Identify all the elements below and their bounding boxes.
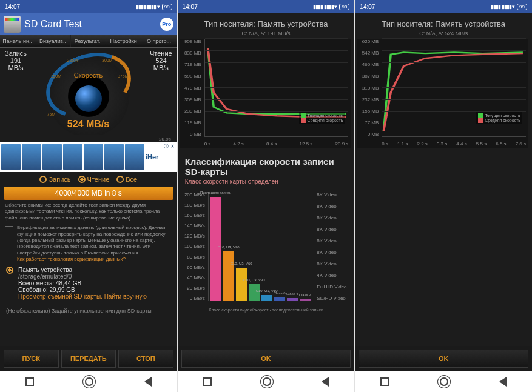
- storage-select[interactable]: Память устройства /storage/emulated/0 Вс…: [0, 264, 177, 302]
- storage-browse-link[interactable]: Просмотр съемной SD-карты. Найти вручную: [18, 293, 147, 300]
- nav-bar: [355, 371, 532, 392]
- storage-radio[interactable]: [6, 267, 13, 274]
- chart-subtitle: C: N/A, A: 191 MB/s: [178, 30, 355, 36]
- button-row: OK: [355, 346, 532, 371]
- button-row: OK: [178, 346, 355, 371]
- radio-all[interactable]: Все: [116, 176, 137, 183]
- clock: 14:07: [360, 4, 375, 10]
- clock: 14:07: [183, 4, 198, 10]
- tab-about[interactable]: О прогр...: [141, 35, 177, 47]
- main-content: Запись 191 MB/s Скорость 524 MB/s 75M 15…: [0, 48, 177, 346]
- speed-gauge: Скорость 524 MB/s 75M 150M 225M 300M 375…: [40, 50, 137, 135]
- title-bar: SD Card Test Pro: [0, 13, 177, 35]
- screen-2: 14:07 ▮▮▮▮ ▮▮▮▮ ▾ 99 Тип носителя: Памят…: [178, 0, 355, 392]
- storage-total: Всего места: 48,44 GB: [18, 280, 147, 287]
- chart-subtitle: C: N/A, A: 524 MB/s: [355, 30, 532, 36]
- storage-path: /storage/emulated/0: [18, 273, 147, 280]
- tab-results[interactable]: Результат..: [71, 35, 106, 47]
- nav-bar: [0, 371, 177, 392]
- write-speed-chart: 958 MB838 MB718 MB598 MB479 MB359 MB239 …: [180, 39, 351, 148]
- nav-back-icon[interactable]: [144, 377, 152, 387]
- send-button[interactable]: ПЕРЕДАТЬ: [61, 350, 116, 368]
- app-icon: [4, 16, 21, 33]
- chart-content: Тип носителя: Память устройства C: N/A, …: [355, 13, 532, 346]
- chart-title: Тип носителя: Память устройства: [178, 16, 355, 30]
- signal-icon: ▮▮▮▮ ▮▮▮▮ ▾: [491, 4, 514, 10]
- chart-legend: Текущая скорость Средняя скорость: [299, 112, 345, 124]
- tab-panel[interactable]: Панель ин..: [0, 35, 35, 47]
- classify-heading: Классификация скорости записи SD-карты: [178, 150, 355, 178]
- radio-read[interactable]: Чтение: [78, 176, 110, 183]
- nav-home-icon[interactable]: [85, 377, 93, 386]
- nav-recent-icon[interactable]: [203, 377, 212, 386]
- status-bar: 14:07 ▮▮▮▮ ▮▮▮▮ ▾ 99: [0, 0, 177, 13]
- storage-free: Свободно: 29,99 GB: [18, 287, 147, 293]
- bar-caption: Класс скорости видео/скорость последоват…: [183, 307, 350, 312]
- classify-sub: Класс скорости карты определен: [178, 178, 355, 190]
- nav-back-icon[interactable]: [499, 377, 507, 387]
- start-button[interactable]: ПУСК: [4, 350, 59, 368]
- nav-recent-icon[interactable]: [25, 377, 34, 386]
- elapsed-time: 20.9s: [0, 136, 177, 142]
- read-speed-chart: 620 MB542 MB465 MB387 MB310 MB232 MB155 …: [357, 39, 528, 148]
- status-bar: 14:07 ▮▮▮▮ ▮▮▮▮ ▾ 99: [355, 0, 532, 13]
- nav-back-icon[interactable]: [322, 377, 329, 387]
- signal-icon: ▮▮▮▮ ▮▮▮▮ ▾: [136, 4, 160, 10]
- gauge-speed: 524 MB/s: [40, 119, 137, 130]
- battery-icon: 99: [339, 4, 349, 10]
- verify-checkbox[interactable]: [5, 226, 13, 234]
- signal-icon: ▮▮▮▮ ▮▮▮▮ ▾: [313, 4, 337, 10]
- tab-visual[interactable]: Визуализ..: [35, 35, 70, 47]
- card-name-input[interactable]: (Не обязательно) Задайте уникальное имя …: [5, 306, 172, 316]
- status-bar: 14:07 ▮▮▮▮ ▮▮▮▮ ▾ 99: [178, 0, 355, 13]
- button-row: ПУСК ПЕРЕДАТЬ СТОП: [0, 346, 177, 371]
- tab-settings[interactable]: Настройки: [106, 35, 141, 47]
- ad-banner[interactable]: iHer ⓘ ✕: [0, 142, 177, 172]
- info-note-1: Обратите внимание: всегда делайте тест з…: [0, 200, 177, 224]
- storage-title: Память устройства: [18, 267, 147, 273]
- chart-content: Тип носителя: Память устройства C: N/A, …: [178, 13, 355, 346]
- chart-title: Тип носителя: Память устройства: [355, 16, 532, 30]
- write-unit: MB/s: [5, 64, 27, 71]
- globe-icon: [75, 85, 102, 112]
- read-unit: MB/s: [150, 64, 172, 71]
- write-value: 191: [5, 57, 27, 64]
- stop-button[interactable]: СТОП: [118, 350, 173, 368]
- screen-1: 14:07 ▮▮▮▮ ▮▮▮▮ ▾ 99 SD Card Test Pro Па…: [0, 0, 177, 392]
- mode-radios: Запись Чтение Все: [0, 172, 177, 187]
- radio-write[interactable]: Запись: [39, 176, 70, 183]
- screen-3: 14:07 ▮▮▮▮ ▮▮▮▮ ▾ 99 Тип носителя: Памят…: [355, 0, 532, 392]
- battery-icon: 99: [517, 4, 527, 10]
- app-title: SD Card Test: [24, 19, 82, 30]
- ok-button[interactable]: OK: [359, 350, 528, 368]
- write-label: Запись: [5, 50, 27, 57]
- read-value: 524: [150, 57, 172, 64]
- progress-bar: 4000/4000 MB in 8 s: [4, 187, 173, 200]
- pro-badge[interactable]: Pro: [160, 18, 173, 31]
- ok-button[interactable]: OK: [181, 350, 351, 368]
- verify-note: Верификация записанных данных (длительны…: [17, 225, 165, 256]
- chart-legend: Текущая скорость Средняя скорость: [476, 112, 522, 124]
- nav-bar: [178, 371, 355, 392]
- nav-recent-icon[interactable]: [380, 377, 389, 386]
- nav-home-icon[interactable]: [440, 377, 448, 386]
- battery-icon: 99: [162, 4, 172, 10]
- verify-link[interactable]: Как работает технология верификации данн…: [17, 256, 126, 262]
- read-label: Чтение: [150, 50, 172, 57]
- speed-class-chart: 200 MB/s180 MB/s160 MB/s140 MB/s120 MB/s…: [183, 192, 350, 313]
- nav-home-icon[interactable]: [263, 377, 271, 386]
- ad-close-icon[interactable]: ⓘ ✕: [164, 143, 174, 150]
- tab-bar: Панель ин.. Визуализ.. Результат.. Настр…: [0, 35, 177, 48]
- clock: 14:07: [5, 4, 20, 10]
